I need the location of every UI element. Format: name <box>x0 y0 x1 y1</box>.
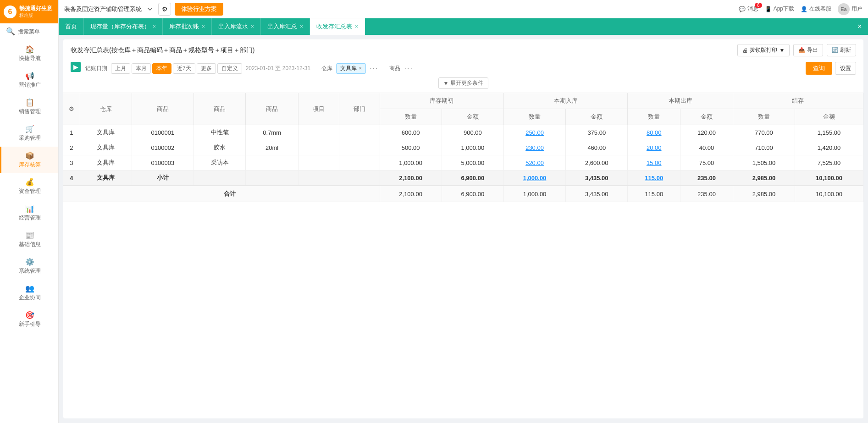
td-row1-out-qty[interactable]: 80.00 <box>628 125 680 140</box>
sidebar-item-sales[interactable]: 📋 销售管理 <box>0 93 58 120</box>
date-label: 记账日期 <box>85 65 107 72</box>
td-row3-in-qty[interactable]: 520.00 <box>503 155 565 170</box>
td-row2-code: 0100002 <box>132 140 194 155</box>
th-product-name: 商品 <box>194 93 246 125</box>
sidebar-nav: 🔍 搜索菜单 🏠 快捷导航 📢 营销推广 📋 销售管理 🛒 采购管理 📦 库存核… <box>0 23 58 423</box>
printer-icon: 🖨 <box>742 47 748 54</box>
sidebar-item-system[interactable]: ⚙️ 系统管理 <box>0 253 58 280</box>
tab-home[interactable]: 首页 <box>59 18 84 35</box>
tab-in-out-flow-close[interactable]: × <box>251 23 254 30</box>
trial-button[interactable]: 体验行业方案 <box>175 3 223 16</box>
td-row3-name: 采访本 <box>194 155 246 170</box>
product-more-dots[interactable]: ··· <box>404 64 413 72</box>
topbar-settings-button[interactable]: ⚙ <box>158 3 171 16</box>
td-row1-opening-amount: 900.00 <box>442 125 503 140</box>
date-7days-btn[interactable]: 近7天 <box>173 63 195 74</box>
export-button[interactable]: 📤 导出 <box>793 44 823 56</box>
tab-batch-ledger[interactable]: 库存批次账 × <box>163 18 212 35</box>
sidebar-item-finance[interactable]: 💰 资金管理 <box>0 173 58 200</box>
th-in-amount: 金额 <box>566 109 628 125</box>
online-service-button[interactable]: 👤 在线客服 <box>801 5 831 13</box>
finance-icon: 💰 <box>25 178 34 187</box>
sidebar-item-basic[interactable]: 📰 基础信息 <box>0 226 58 253</box>
date-year-btn[interactable]: 本年 <box>152 63 171 74</box>
td-subtotal-out-qty[interactable]: 115.00 <box>628 170 680 186</box>
td-row2-project <box>299 140 339 155</box>
warehouse-filter-tag[interactable]: 文具库 × <box>336 63 366 74</box>
sidebar-item-operations[interactable]: 📊 经营管理 <box>0 200 58 226</box>
td-total-opening-qty: 2,100.00 <box>380 186 442 202</box>
td-row1-out-amount: 120.00 <box>680 125 733 140</box>
td-subtotal-in-amount: 3,435.00 <box>566 170 628 186</box>
tab-inventory-dist[interactable]: 现存量（库存分布表） × <box>84 18 163 35</box>
td-row2-in-qty[interactable]: 230.00 <box>503 140 565 155</box>
td-total-empty <box>63 186 80 202</box>
sidebar-label-quick-nav: 快捷导航 <box>19 55 41 62</box>
td-row2-out-amount: 40.00 <box>680 140 733 155</box>
tab-batch-ledger-close[interactable]: × <box>202 23 205 30</box>
system-dropdown-button[interactable] <box>145 5 155 14</box>
app-download-button[interactable]: 📱 App下载 <box>765 5 794 13</box>
th-opening-amount: 金额 <box>442 109 503 125</box>
td-row3-out-qty[interactable]: 15.00 <box>628 155 680 170</box>
expand-more-label: 展开更多条件 <box>450 79 483 87</box>
th-closing-amount: 金额 <box>795 109 863 125</box>
message-button[interactable]: 💬 消息 6 <box>739 5 758 13</box>
td-row2-opening-qty: 500.00 <box>380 140 442 155</box>
td-row2-out-qty[interactable]: 20.00 <box>628 140 680 155</box>
sidebar-item-enterprise[interactable]: 👥 企业协同 <box>0 280 58 306</box>
filter-settings-button[interactable]: 设置 <box>835 62 856 75</box>
sidebar-label-purchase: 采购管理 <box>19 134 41 142</box>
td-row1-in-amount: 375.00 <box>566 125 628 140</box>
filter-controls: 记账日期 上月 本月 本年 近7天 更多 自定义 2023-01-01 至 20… <box>85 62 856 75</box>
td-row1-in-qty[interactable]: 250.00 <box>503 125 565 140</box>
sidebar-item-quick-nav[interactable]: 🏠 快捷导航 <box>0 40 58 67</box>
table-row: 1 文具库 0100001 中性笔 0.7mm 600.00 900.00 25… <box>63 125 863 140</box>
expand-down-icon: ▼ <box>443 80 449 87</box>
date-curr-btn[interactable]: 本月 <box>132 63 151 74</box>
tab-receive-summary-label: 收发存汇总表 <box>316 22 352 31</box>
table-settings-icon[interactable]: ⚙ <box>69 105 74 112</box>
td-row3-project <box>299 155 339 170</box>
tab-in-out-flow[interactable]: 出入库流水 × <box>212 18 261 35</box>
td-row2-closing-amount: 1,420.00 <box>795 140 863 155</box>
td-subtotal-in-qty[interactable]: 1,000.00 <box>503 170 565 186</box>
warehouse-more-dots[interactable]: ··· <box>370 64 378 72</box>
tab-in-out-flow-label: 出入库流水 <box>218 22 248 31</box>
td-row3-no: 3 <box>63 155 80 170</box>
tab-inventory-dist-close[interactable]: × <box>153 23 156 30</box>
table-wrapper: ⚙ 仓库 商品 商品 商品 项目 部门 库存期初 本期入库 本期出库 结存 <box>63 93 863 418</box>
td-row1-code: 0100001 <box>132 125 194 140</box>
date-prev-btn[interactable]: 上月 <box>111 63 130 74</box>
sidebar-item-inventory[interactable]: 📦 库存核算 <box>0 147 58 173</box>
user-profile-button[interactable]: Ea 用户 <box>838 3 862 15</box>
td-total-opening-amount: 6,900.00 <box>442 186 503 202</box>
expand-more-button[interactable]: ▼ 展开更多条件 <box>438 77 489 89</box>
td-subtotal-empty4 <box>339 170 380 186</box>
tab-home-label: 首页 <box>65 22 77 31</box>
sidebar-item-guide[interactable]: 🎯 新手引导 <box>0 306 58 333</box>
sidebar-item-marketing[interactable]: 📢 营销推广 <box>0 67 58 93</box>
close-all-tabs-button[interactable]: × <box>851 18 868 35</box>
tab-in-out-summary-close[interactable]: × <box>300 23 303 30</box>
refresh-button[interactable]: 🔄 刷新 <box>827 44 856 56</box>
sidebar-item-search[interactable]: 🔍 搜索菜单 <box>0 23 58 40</box>
warehouse-tag-close[interactable]: × <box>359 65 362 71</box>
td-row2-dept <box>339 140 380 155</box>
td-subtotal-closing-qty: 2,985.00 <box>733 170 795 186</box>
tab-receive-summary-close[interactable]: × <box>355 23 358 30</box>
tab-in-out-summary[interactable]: 出入库汇总 × <box>261 18 310 35</box>
date-custom-btn[interactable]: 自定义 <box>217 63 242 74</box>
filter-expand-arrow[interactable]: ▶ <box>71 62 81 72</box>
sidebar-item-purchase[interactable]: 🛒 采购管理 <box>0 120 58 147</box>
system-icon: ⚙️ <box>25 258 34 266</box>
query-button[interactable]: 查询 <box>806 62 832 75</box>
date-more-btn[interactable]: 更多 <box>197 63 216 74</box>
marketing-icon: 📢 <box>25 71 34 80</box>
print-button[interactable]: 🖨 拨锁版打印 ▼ <box>737 44 790 56</box>
tab-receive-summary[interactable]: 收发存汇总表 × <box>310 18 365 35</box>
tab-inventory-dist-label: 现存量（库存分布表） <box>90 22 150 31</box>
logo-icon: 6 <box>4 5 17 18</box>
user-label: 用户 <box>851 5 862 13</box>
search-nav-icon: 🔍 <box>6 27 15 36</box>
